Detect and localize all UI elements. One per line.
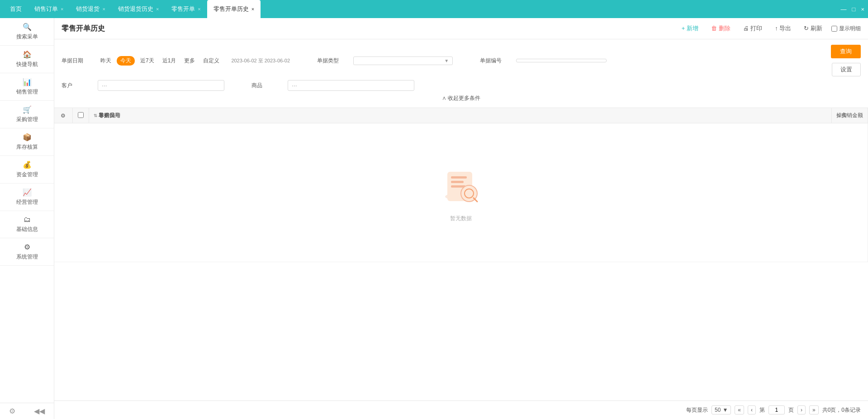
- settings-bottom-icon[interactable]: ⚙: [9, 407, 15, 415]
- bill-no-label: 单据编号: [480, 57, 507, 65]
- page-size-label: 每页显示: [686, 406, 708, 414]
- delete-button[interactable]: 🗑 删除: [707, 23, 734, 34]
- date-range: 2023-06-02 至 2023-06-02: [231, 57, 290, 64]
- page-title: 零售开单历史: [62, 24, 105, 33]
- bill-type-select[interactable]: ▼: [353, 56, 453, 65]
- system-icon: ⚙: [24, 243, 30, 251]
- set-button[interactable]: 设置: [832, 63, 861, 76]
- sidebar-item-sales[interactable]: 📊 销售管理: [0, 73, 54, 101]
- finance-icon: 💰: [23, 160, 32, 169]
- sidebar-bottom: ⚙ ◀◀: [0, 403, 54, 419]
- print-button[interactable]: 🖨 打印: [740, 23, 766, 34]
- col-gear[interactable]: ⚙: [54, 108, 72, 123]
- date-label: 单据日期: [62, 57, 89, 65]
- top-nav: 首页 销售订单 × 销货退货 × 销货退货历史 × 零售开单 × 零售开单历史 …: [0, 0, 868, 18]
- sales-icon: 📊: [23, 78, 32, 86]
- close-icon[interactable]: ×: [61, 6, 63, 12]
- col-check[interactable]: [72, 108, 89, 123]
- nav-tab-home[interactable]: 首页: [4, 0, 28, 18]
- sidebar-item-search[interactable]: 🔍 搜索采单: [0, 18, 54, 46]
- bill-no-input[interactable]: [516, 59, 607, 62]
- maximize-btn[interactable]: □: [852, 6, 856, 13]
- sidebar-item-system[interactable]: ⚙ 系统管理: [0, 238, 54, 266]
- window-controls: — □ ×: [841, 6, 864, 13]
- customer-input[interactable]: ···: [98, 80, 224, 91]
- filter-row-2: 客户 ··· 商品 ···: [62, 80, 861, 91]
- nav-tab-return[interactable]: 销货退货 ×: [70, 0, 111, 18]
- goods-picker-icon[interactable]: ···: [292, 82, 297, 89]
- nav-tab-return-history[interactable]: 销货退货历史 ×: [112, 0, 165, 18]
- prev-page-btn[interactable]: ‹: [748, 405, 756, 414]
- date-btn-yesterday[interactable]: 昨天: [98, 56, 114, 66]
- col-filler: [89, 108, 832, 123]
- date-btn-custom[interactable]: 自定义: [200, 56, 222, 66]
- close-btn[interactable]: ×: [861, 6, 864, 13]
- bill-type-label: 单据类型: [317, 57, 344, 65]
- sidebar-item-business[interactable]: 📈 经营管理: [0, 184, 54, 211]
- collapse-filter-btn[interactable]: ∧ 收起更多条件: [62, 94, 861, 102]
- last-page-btn[interactable]: »: [809, 405, 819, 414]
- customer-label: 客户: [62, 82, 89, 89]
- svg-rect-3: [451, 181, 464, 183]
- sidebar-item-finance[interactable]: 💰 资金管理: [0, 156, 54, 184]
- close-icon[interactable]: ×: [156, 6, 159, 12]
- content-area: 零售开单历史 + 新增 🗑 删除 🖨 打印 ↑ 导出 ↻ 刷新 显示明细 单据日…: [54, 18, 868, 419]
- date-btn-today[interactable]: 今天: [117, 56, 135, 66]
- page-size-select[interactable]: 50 ▼: [711, 405, 731, 414]
- empty-state: 暂无数据: [59, 127, 863, 259]
- close-icon[interactable]: ×: [198, 6, 200, 12]
- date-btns: 昨天 今天 近7天 近1月 更多 自定义: [98, 56, 222, 66]
- page-label: 第: [759, 406, 765, 414]
- nav-tabs: 首页 销售订单 × 销货退货 × 销货退货历史 × 零售开单 × 零售开单历史 …: [4, 0, 841, 18]
- total-label: 共0页，0条记录: [822, 406, 861, 414]
- page-number-input[interactable]: [768, 405, 785, 414]
- purchase-icon: 🛒: [23, 105, 32, 114]
- goods-label: 商品: [251, 82, 279, 89]
- sidebar-item-purchase[interactable]: 🛒 采购管理: [0, 101, 54, 128]
- filter-area: 单据日期 昨天 今天 近7天 近1月 更多 自定义 2023-06-02 至 2…: [54, 39, 868, 108]
- empty-illustration: [438, 163, 484, 209]
- show-detail-checkbox[interactable]: 显示明细: [831, 25, 861, 33]
- main-layout: 🔍 搜索采单 🏠 快捷导航 📊 销售管理 🛒 采购管理 📦 库存核算 💰 资金管…: [0, 18, 868, 419]
- home-icon: 🏠: [23, 50, 32, 59]
- sort-icon: ⇅: [94, 113, 97, 118]
- inventory-icon: 📦: [23, 133, 32, 141]
- refresh-button[interactable]: ↻ 刷新: [800, 23, 826, 34]
- table-wrapper: ⚙ ⇅ 单据日期 ⇅ 单据编号: [54, 108, 868, 400]
- nav-tab-sales-order[interactable]: 销售订单 ×: [28, 0, 70, 18]
- goods-input[interactable]: ···: [288, 80, 414, 91]
- nav-tab-retail[interactable]: 零售开单 ×: [165, 0, 207, 18]
- sidebar-item-nav[interactable]: 🏠 快捷导航: [0, 46, 54, 73]
- sidebar-item-base-info[interactable]: 🗂 基础信息: [0, 211, 54, 238]
- page-header: 零售开单历史 + 新增 🗑 删除 🖨 打印 ↑ 导出 ↻ 刷新 显示明细: [54, 18, 868, 39]
- show-detail-input[interactable]: [831, 26, 837, 32]
- gear-icon[interactable]: ⚙: [61, 113, 66, 119]
- svg-rect-2: [451, 176, 467, 179]
- page-unit-label: 页: [788, 406, 794, 414]
- nav-tab-retail-history[interactable]: 零售开单历史 ×: [207, 0, 261, 18]
- header-actions: + 新增 🗑 删除 🖨 打印 ↑ 导出 ↻ 刷新 显示明细: [678, 23, 861, 34]
- minimize-btn[interactable]: —: [841, 6, 847, 13]
- export-button[interactable]: ↑ 导出: [771, 23, 795, 34]
- search-icon: 🔍: [23, 23, 32, 31]
- select-all-checkbox[interactable]: [78, 112, 84, 118]
- data-table: ⚙ ⇅ 单据日期 ⇅ 单据编号: [54, 108, 868, 262]
- sidebar: 🔍 搜索采单 🏠 快捷导航 📊 销售管理 🛒 采购管理 📦 库存核算 💰 资金管…: [0, 18, 54, 419]
- close-icon[interactable]: ×: [251, 6, 254, 12]
- collapse-sidebar-btn[interactable]: ◀◀: [34, 407, 45, 415]
- new-button[interactable]: + 新增: [678, 23, 702, 34]
- date-btn-more[interactable]: 更多: [181, 56, 198, 66]
- query-button[interactable]: 查询: [831, 45, 861, 58]
- first-page-btn[interactable]: «: [735, 405, 744, 414]
- customer-picker-icon[interactable]: ···: [102, 82, 107, 89]
- sidebar-item-inventory[interactable]: 📦 库存核算: [0, 128, 54, 156]
- empty-text: 暂无数据: [450, 215, 472, 222]
- next-page-btn[interactable]: ›: [797, 405, 806, 414]
- business-icon: 📈: [23, 188, 32, 197]
- close-icon[interactable]: ×: [102, 6, 105, 12]
- chevron-down-icon: ▼: [444, 58, 449, 63]
- date-btn-1month[interactable]: 近1月: [160, 56, 179, 66]
- date-btn-7days[interactable]: 近7天: [138, 56, 157, 66]
- table-footer: 每页显示 50 ▼ « ‹ 第 页 › » 共0页，0条记录: [54, 400, 868, 419]
- base-info-icon: 🗂: [24, 216, 31, 224]
